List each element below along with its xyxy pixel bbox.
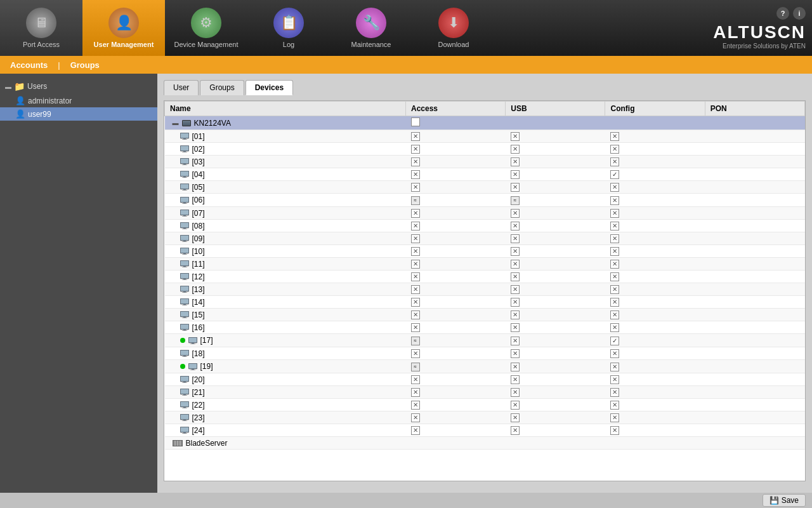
port-config-cell[interactable]: ✕ xyxy=(605,245,705,258)
subnav-groups[interactable]: Groups xyxy=(67,59,103,71)
port-config-cell[interactable]: ✕ xyxy=(605,156,705,168)
port-usb-cell[interactable]: ✕ xyxy=(506,321,605,334)
usb-checkbox[interactable]: ✕ xyxy=(511,272,520,281)
nav-maintenance[interactable]: 🔧 Maintenance xyxy=(330,0,412,56)
access-checkbox[interactable]: ✕ xyxy=(411,311,420,319)
port-access-cell[interactable]: ≈ xyxy=(406,334,506,347)
config-checkbox[interactable]: ✕ xyxy=(610,222,619,231)
port-config-cell[interactable]: ✓ xyxy=(605,334,705,347)
access-checkbox[interactable]: ✕ xyxy=(411,183,420,192)
port-access-cell[interactable]: ✕ xyxy=(406,309,506,321)
usb-checkbox[interactable]: ✕ xyxy=(511,323,520,332)
port-usb-cell[interactable]: ✕ xyxy=(506,245,605,258)
port-access-cell[interactable]: ✕ xyxy=(406,411,506,424)
config-checkbox[interactable]: ✕ xyxy=(610,157,619,166)
port-access-cell[interactable]: ✕ xyxy=(406,207,506,220)
port-usb-cell[interactable]: ✕ xyxy=(506,220,605,232)
access-checkbox[interactable]: ✕ xyxy=(411,401,420,410)
config-checkbox[interactable]: ✕ xyxy=(610,183,619,192)
port-usb-cell[interactable]: ✕ xyxy=(506,181,605,194)
sidebar-item-administrator[interactable]: 👤 administrator xyxy=(0,94,157,107)
config-checkbox[interactable]: ✕ xyxy=(610,247,619,256)
info-button[interactable]: i xyxy=(793,7,806,20)
usb-checkbox[interactable]: ✕ xyxy=(511,145,520,154)
collapse-icon[interactable]: ▬ xyxy=(5,83,11,90)
port-usb-cell[interactable]: ✕ xyxy=(506,271,605,283)
port-config-cell[interactable]: ✕ xyxy=(605,309,705,321)
save-button[interactable]: 💾 Save xyxy=(763,494,806,507)
config-checkbox[interactable]: ✕ xyxy=(610,323,619,332)
port-usb-cell[interactable]: ✕ xyxy=(506,168,605,181)
usb-checkbox[interactable]: ✕ xyxy=(511,426,520,435)
port-access-cell[interactable]: ✕ xyxy=(406,373,506,386)
access-checkbox[interactable]: ✕ xyxy=(411,375,420,384)
port-access-cell[interactable]: ✕ xyxy=(406,181,506,194)
port-access-cell[interactable]: ✕ xyxy=(406,347,506,360)
port-config-cell[interactable]: ✓ xyxy=(605,168,705,181)
usb-checkbox[interactable]: ✕ xyxy=(511,260,520,269)
port-config-cell[interactable]: ✕ xyxy=(605,181,705,194)
blade-server-row[interactable]: BladeServer xyxy=(165,437,805,450)
config-checkbox[interactable]: ✕ xyxy=(610,260,619,269)
port-access-cell[interactable]: ✕ xyxy=(406,321,506,334)
tab-groups[interactable]: Groups xyxy=(200,80,244,95)
config-checkbox[interactable]: ✕ xyxy=(610,196,619,205)
access-checkbox[interactable]: ✕ xyxy=(411,349,420,358)
device-root-usb[interactable] xyxy=(506,116,605,130)
usb-checkbox[interactable]: ≈ xyxy=(511,196,520,205)
access-checkbox[interactable]: ✕ xyxy=(411,170,420,179)
device-root-config[interactable] xyxy=(605,116,705,130)
usb-checkbox[interactable]: ✕ xyxy=(511,311,520,319)
usb-checkbox[interactable]: ✕ xyxy=(511,363,520,371)
port-usb-cell[interactable]: ✕ xyxy=(506,360,605,373)
config-checkbox[interactable]: ✕ xyxy=(610,234,619,243)
usb-checkbox[interactable]: ✕ xyxy=(511,349,520,358)
config-checkbox[interactable]: ✕ xyxy=(610,311,619,319)
port-usb-cell[interactable]: ✕ xyxy=(506,386,605,399)
device-root-row[interactable]: ▬ KN2124VA xyxy=(165,116,805,130)
port-usb-cell[interactable]: ✕ xyxy=(506,296,605,309)
usb-checkbox[interactable]: ✕ xyxy=(511,401,520,410)
port-usb-cell[interactable]: ✕ xyxy=(506,309,605,321)
port-usb-cell[interactable]: ≈ xyxy=(506,194,605,207)
port-usb-cell[interactable]: ✕ xyxy=(506,424,605,437)
access-checkbox[interactable]: ≈ xyxy=(411,196,420,205)
port-access-cell[interactable]: ≈ xyxy=(406,194,506,207)
port-access-cell[interactable]: ✕ xyxy=(406,220,506,232)
usb-checkbox[interactable]: ✕ xyxy=(511,209,520,218)
access-checkbox[interactable]: ✕ xyxy=(411,413,420,422)
access-checkbox[interactable]: ✕ xyxy=(411,234,420,243)
port-usb-cell[interactable]: ✕ xyxy=(506,411,605,424)
access-checkbox[interactable]: ≈ xyxy=(411,363,420,371)
port-config-cell[interactable]: ✕ xyxy=(605,130,705,143)
port-config-cell[interactable]: ✕ xyxy=(605,360,705,373)
port-access-cell[interactable]: ✕ xyxy=(406,296,506,309)
nav-log[interactable]: 📋 Log xyxy=(247,0,330,56)
sidebar-item-user99[interactable]: 👤 user99 xyxy=(0,107,157,121)
access-checkbox[interactable]: ✕ xyxy=(411,132,420,141)
config-checkbox[interactable]: ✕ xyxy=(610,285,619,294)
port-access-cell[interactable]: ✕ xyxy=(406,399,506,411)
config-checkbox[interactable]: ✕ xyxy=(610,426,619,435)
port-config-cell[interactable]: ✕ xyxy=(605,271,705,283)
device-root-access[interactable] xyxy=(406,116,506,130)
port-usb-cell[interactable]: ✕ xyxy=(506,143,605,156)
port-access-cell[interactable]: ✕ xyxy=(406,258,506,271)
config-checkbox[interactable]: ✕ xyxy=(610,375,619,384)
device-expand-icon[interactable]: ▬ xyxy=(173,119,179,126)
port-access-cell[interactable]: ≈ xyxy=(406,360,506,373)
port-access-cell[interactable]: ✕ xyxy=(406,424,506,437)
config-checkbox[interactable]: ✕ xyxy=(610,145,619,154)
port-config-cell[interactable]: ✕ xyxy=(605,386,705,399)
port-usb-cell[interactable]: ✕ xyxy=(506,207,605,220)
nav-port-access[interactable]: 🖥 Port Access xyxy=(0,0,82,56)
port-usb-cell[interactable]: ✕ xyxy=(506,399,605,411)
usb-checkbox[interactable]: ✕ xyxy=(511,132,520,141)
access-checkbox[interactable]: ✕ xyxy=(411,323,420,332)
usb-checkbox[interactable]: ✕ xyxy=(511,183,520,192)
port-access-cell[interactable]: ✕ xyxy=(406,386,506,399)
config-checkbox[interactable]: ✕ xyxy=(610,363,619,371)
config-checkbox[interactable]: ✕ xyxy=(610,401,619,410)
port-config-cell[interactable]: ✕ xyxy=(605,258,705,271)
config-checkbox[interactable]: ✕ xyxy=(610,298,619,307)
